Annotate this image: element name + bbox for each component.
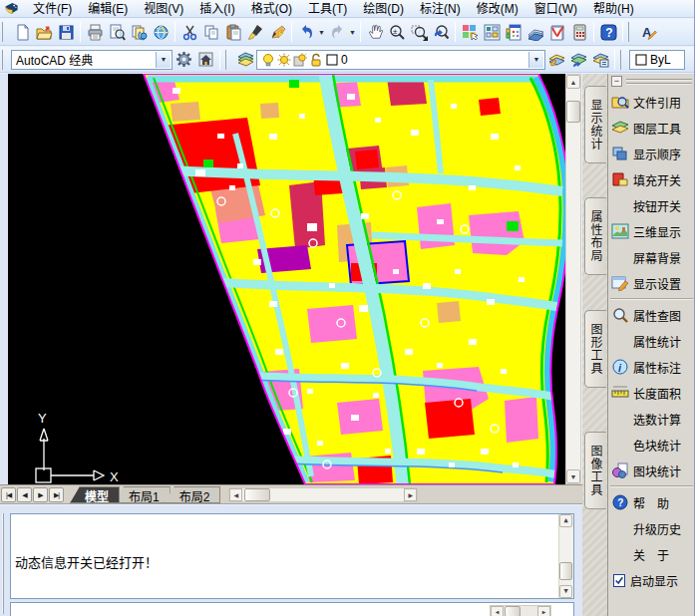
canvas-vscrollbar[interactable]: ▲ ▼ <box>565 74 581 484</box>
text-style-button[interactable]: A <box>637 21 659 43</box>
tab-layout1[interactable]: 布局1 <box>114 486 171 503</box>
scroll-right-button[interactable]: ▶ <box>404 488 417 501</box>
help-button[interactable]: ? <box>597 21 619 43</box>
drawing-canvas[interactable]: Y X <box>8 74 565 484</box>
palette-item-button-toggle[interactable]: 按钮开关 <box>608 192 695 218</box>
my-workspace-button[interactable] <box>194 49 216 71</box>
designcenter-button[interactable] <box>481 21 503 43</box>
layer-unlock-icon[interactable] <box>309 53 323 67</box>
menu-view[interactable]: 视图(V) <box>136 1 191 17</box>
hscroll-thumb[interactable] <box>244 488 270 501</box>
input-hscroll-thumb[interactable] <box>505 606 521 616</box>
command-history[interactable]: 动态信息开关已经打开！ 命令: 命令: 选择样本实体: ▲ ▼ <box>10 513 574 599</box>
menu-tools[interactable]: 工具(T) <box>300 1 355 17</box>
command-input[interactable]: 命令: ◀ ▶ <box>10 602 574 616</box>
block-editor-button[interactable] <box>266 21 288 43</box>
scroll-left-button[interactable]: ◀ <box>491 606 504 616</box>
palette-item-draw-order[interactable]: 显示顺序 <box>608 141 695 166</box>
workspace-combo[interactable]: AutoCAD 经典 ▼ <box>11 50 173 70</box>
toolbar-grip[interactable] <box>224 50 231 70</box>
palette-item-fill-toggle[interactable]: 填充开关 <box>608 166 695 192</box>
scroll-down-button[interactable]: ▼ <box>566 469 580 483</box>
tool-palettes-button[interactable] <box>503 21 524 43</box>
save-button[interactable] <box>55 21 77 43</box>
toolbar-grip[interactable] <box>1 22 8 43</box>
command-window-grip[interactable] <box>2 513 8 614</box>
menu-format[interactable]: 格式(O) <box>243 1 300 17</box>
palette-item-startup-display[interactable]: 启动显示 <box>608 567 695 593</box>
web-publish-button[interactable] <box>150 21 172 43</box>
undo-button[interactable] <box>295 21 317 43</box>
layer-combo[interactable]: 0 ▼ <box>256 50 545 70</box>
tab-graphic-tools[interactable]: 图形工具 <box>584 310 606 388</box>
next-tab-button[interactable]: ▶ <box>33 487 48 502</box>
palette-item-colorblock-stats[interactable]: 色块统计 <box>608 432 695 458</box>
history-vscroll-thumb[interactable] <box>559 562 572 580</box>
layer-vp-freeze-icon[interactable] <box>293 53 307 67</box>
zoom-previous-button[interactable] <box>430 21 452 43</box>
menu-edit[interactable]: 编辑(E) <box>80 1 136 17</box>
layer-color-swatch[interactable] <box>325 53 339 67</box>
quickcalc-button[interactable] <box>568 21 590 43</box>
palette-item-attribute-query[interactable]: 属性查图 <box>608 302 695 328</box>
paste-button[interactable] <box>222 21 244 43</box>
startup-display-checkbox[interactable] <box>613 574 625 587</box>
vscroll-thumb[interactable] <box>566 101 580 123</box>
palette-item-attribute-label[interactable]: i 属性标注 <box>608 354 695 380</box>
layer-previous-button[interactable] <box>567 49 589 71</box>
panel-grip[interactable] <box>626 79 692 85</box>
collapse-button[interactable]: − <box>611 76 622 87</box>
palette-item-file-reference[interactable]: 文件引用 <box>608 89 695 115</box>
layer-states-button[interactable] <box>589 49 611 71</box>
tab-attribute-layout[interactable]: 属性布局 <box>584 197 606 275</box>
palette-item-block-stats[interactable]: 图块统计 <box>608 458 695 483</box>
menu-insert[interactable]: 插入(I) <box>191 1 242 17</box>
make-object-layer-current-button[interactable] <box>545 49 567 71</box>
last-tab-button[interactable]: ▶| <box>49 487 64 502</box>
palette-item-selection-calc[interactable]: 选数计算 <box>608 406 695 432</box>
color-combo[interactable]: ByL <box>629 50 685 70</box>
toolbar-grip[interactable] <box>619 50 626 70</box>
new-file-button[interactable] <box>11 21 33 43</box>
toolbar-grip[interactable] <box>627 22 634 43</box>
layer-on-bulb-icon[interactable] <box>261 53 275 67</box>
palette-item-screen-background[interactable]: 屏幕背景 <box>608 244 695 270</box>
toolbar-grip[interactable] <box>1 50 8 70</box>
tab-model[interactable]: 模型 <box>70 486 120 503</box>
prev-tab-button[interactable]: ◀ <box>17 487 32 502</box>
workspace-dropdown[interactable]: ▼ <box>156 52 171 68</box>
palette-item-length-area[interactable]: 长度面积 <box>608 380 695 406</box>
menu-window[interactable]: 窗口(W) <box>526 1 585 17</box>
publish-button[interactable] <box>128 21 150 43</box>
menu-help[interactable]: 帮助(H) <box>585 1 642 17</box>
scroll-down-button[interactable]: ▼ <box>559 585 572 598</box>
menu-file[interactable]: 文件(F) <box>25 1 80 17</box>
markup-manager-button[interactable] <box>546 21 568 43</box>
palette-item-layer-tools[interactable]: 图层工具 <box>608 115 695 141</box>
menu-draw[interactable]: 绘图(D) <box>355 1 412 17</box>
match-properties-button[interactable] <box>244 21 266 43</box>
tab-image-tools[interactable]: 图像工具 <box>584 432 606 509</box>
properties-button[interactable] <box>459 21 481 43</box>
zoom-realtime-button[interactable]: ± <box>386 21 408 43</box>
tab-layout2[interactable]: 布局2 <box>165 486 221 503</box>
palette-item-help[interactable]: ? 帮 助 <box>608 489 695 515</box>
menu-modify[interactable]: 修改(M) <box>469 1 526 17</box>
redo-button[interactable] <box>326 21 348 43</box>
plot-preview-button[interactable] <box>106 21 128 43</box>
scroll-up-button[interactable]: ▲ <box>566 75 580 89</box>
zoom-window-button[interactable] <box>408 21 430 43</box>
layer-freeze-sun-icon[interactable] <box>277 53 291 67</box>
plot-button[interactable] <box>84 21 106 43</box>
redo-dropdown[interactable]: ▼ <box>348 29 357 36</box>
pan-button[interactable] <box>364 21 386 43</box>
undo-dropdown[interactable]: ▼ <box>317 29 326 36</box>
history-vscrollbar[interactable]: ▲ ▼ <box>558 514 573 598</box>
canvas-hscrollbar[interactable]: ◀ ▶ <box>228 487 418 502</box>
workspace-settings-button[interactable] <box>173 49 194 71</box>
palette-item-about[interactable]: 关 于 <box>608 541 695 567</box>
scroll-right-button[interactable]: ▶ <box>537 606 550 616</box>
menu-dimension[interactable]: 标注(N) <box>412 1 469 17</box>
sheetset-manager-button[interactable] <box>524 21 546 43</box>
layer-properties-manager-button[interactable] <box>234 49 256 71</box>
